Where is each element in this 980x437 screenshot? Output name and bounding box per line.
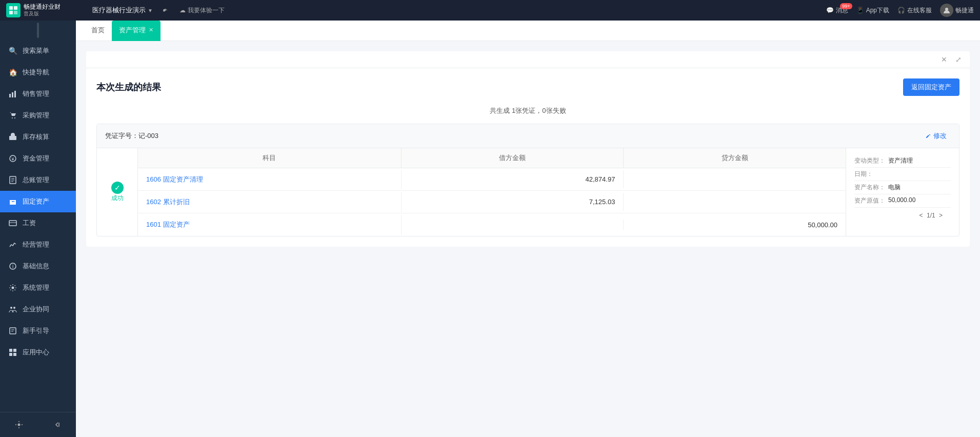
row2-credit [624, 197, 846, 207]
svg-rect-2 [9, 11, 13, 14]
sidebar-item-fixed-assets[interactable]: 固定资产 [0, 191, 76, 212]
building-icon [8, 197, 17, 206]
close-panel-button[interactable]: ✕ [939, 54, 949, 65]
table-row: 1606 固定资产清理 42,874.97 [138, 168, 846, 191]
col-subject: 科目 [138, 148, 402, 168]
row1-subject: 1606 固定资产清理 [138, 170, 402, 189]
sidebar-item-label: 总账管理 [23, 175, 49, 185]
svg-point-8 [12, 117, 13, 118]
cloud-icon: ☁ [179, 7, 186, 14]
row3-subject-link[interactable]: 1601 固定资产 [146, 221, 190, 228]
company-selector[interactable]: 医疗器械行业演示 ▼ [92, 6, 153, 15]
capital-icon: ¥ [8, 154, 17, 163]
result-summary: 共生成 1张凭证，0张失败 [96, 106, 959, 115]
success-icon: ✓ [111, 182, 124, 194]
experience-button[interactable]: ☁ 我要体验一下 [175, 4, 229, 17]
sidebar-item-sales[interactable]: 销售管理 [0, 83, 76, 105]
info-change-type: 变动类型： 资产清理 [854, 154, 951, 168]
download-icon: 📱 [856, 7, 864, 14]
row1-subject-link[interactable]: 1606 固定资产清理 [146, 175, 203, 183]
sidebar-item-label: 销售管理 [23, 89, 49, 98]
sidebar-item-search[interactable]: 🔍 搜索菜单 [0, 40, 76, 62]
sidebar-item-purchase[interactable]: 采购管理 [0, 105, 76, 126]
sidebar-item-label: 固定资产 [23, 197, 49, 206]
info-original-value: 资产原值： 50,000.00 [854, 194, 951, 208]
sidebar-collapse-button[interactable] [49, 416, 65, 433]
online-service-button[interactable]: 🎧 在线客服 [897, 6, 932, 15]
page-title: 本次生成的结果 [96, 81, 161, 93]
sidebar-item-system[interactable]: 系统管理 [0, 277, 76, 299]
chevron-down-icon: ▼ [148, 8, 153, 13]
row3-debit [402, 220, 624, 230]
sidebar-item-shortcut[interactable]: 🏠 快捷导航 [0, 62, 76, 83]
logo-icon [6, 3, 21, 17]
sidebar-settings-button[interactable] [11, 416, 27, 433]
voucher-number: 凭证字号：记-003 [105, 131, 158, 141]
enterprise-icon [8, 305, 17, 314]
svg-rect-19 [13, 201, 14, 202]
svg-text:¥: ¥ [11, 156, 14, 162]
sidebar-item-operations[interactable]: 经营管理 [0, 234, 76, 255]
sidebar-item-app-center[interactable]: 应用中心 [0, 342, 76, 363]
sidebar-item-label: 企业协同 [23, 305, 49, 314]
right-info-panel: 变动类型： 资产清理 日期： 资产名称： 电脑 [846, 148, 959, 236]
svg-rect-10 [9, 136, 16, 140]
svg-rect-33 [13, 353, 16, 356]
message-button[interactable]: 💬 消息 99+ [826, 6, 848, 15]
tab-close-icon[interactable]: ✕ [149, 27, 153, 33]
sidebar-item-label: 系统管理 [23, 283, 49, 292]
asset-name-value: 电脑 [888, 183, 901, 192]
settings-icon[interactable] [157, 3, 171, 17]
tab-home[interactable]: 首页 [84, 21, 112, 41]
system-icon [8, 283, 17, 292]
sidebar: 🔍 搜索菜单 🏠 快捷导航 销售管理 采购管理 库存核算 [0, 21, 76, 437]
sidebar-item-label: 应用中心 [23, 348, 49, 357]
original-value-value: 50,000.00 [888, 196, 915, 205]
row1-credit [624, 174, 846, 185]
next-page-button[interactable]: > [939, 212, 943, 219]
svg-rect-6 [12, 92, 13, 97]
ledger-icon [8, 175, 17, 185]
page-wrapper: ✕ ⤢ 本次生成的结果 返回固定资产 共生成 1张凭证，0张失败 [86, 51, 970, 247]
page-info: 1/1 [927, 212, 935, 219]
row2-subject: 1602 累计折旧 [138, 192, 402, 212]
prev-page-button[interactable]: < [919, 212, 923, 219]
change-type-value: 资产清理 [888, 156, 913, 165]
page-content: ✕ ⤢ 本次生成的结果 返回固定资产 共生成 1张凭证，0张失败 [76, 41, 980, 437]
svg-text:i: i [12, 264, 13, 269]
sidebar-item-label: 采购管理 [23, 111, 49, 120]
tab-asset-mgmt[interactable]: 资产管理 ✕ [112, 21, 161, 41]
sidebar-item-ledger[interactable]: 总账管理 [0, 169, 76, 191]
tab-bar: 首页 资产管理 ✕ [76, 21, 980, 41]
sidebar-item-enterprise[interactable]: 企业协同 [0, 299, 76, 320]
row2-subject-link[interactable]: 1602 累计折旧 [146, 198, 190, 206]
svg-rect-27 [10, 328, 16, 334]
return-button[interactable]: 返回固定资产 [903, 78, 959, 96]
experience-label: 我要体验一下 [188, 6, 225, 15]
user-menu[interactable]: 畅捷通 [940, 4, 974, 17]
purchase-icon [8, 111, 17, 120]
message-badge: 99+ [840, 3, 852, 9]
edit-button[interactable]: 修改 [921, 129, 951, 143]
search-icon: 🔍 [8, 46, 17, 55]
inventory-icon [8, 132, 17, 142]
svg-rect-3 [14, 11, 17, 14]
sidebar-item-salary[interactable]: 工资 [0, 212, 76, 234]
sidebar-item-capital[interactable]: ¥ 资金管理 [0, 148, 76, 169]
sidebar-item-inventory[interactable]: 库存核算 [0, 126, 76, 148]
sidebar-item-basic-info[interactable]: i 基础信息 [0, 255, 76, 277]
sales-icon [8, 89, 17, 98]
page-title-row: 本次生成的结果 返回固定资产 [96, 78, 959, 96]
app-download-button[interactable]: 📱 App下载 [856, 6, 889, 15]
tab-asset-mgmt-label: 资产管理 [119, 26, 146, 35]
expand-panel-button[interactable]: ⤢ [953, 54, 964, 65]
home-icon: 🏠 [8, 68, 17, 77]
sidebar-item-guide[interactable]: 新手引导 [0, 320, 76, 342]
tab-home-label: 首页 [91, 26, 105, 35]
logo-area: 畅捷通好业财 普及版 [6, 3, 82, 17]
asset-name-label: 资产名称： [854, 183, 885, 192]
logo-sub: 普及版 [24, 10, 61, 17]
sidebar-item-label: 搜索菜单 [23, 46, 49, 55]
col-debit: 借方金额 [402, 148, 624, 168]
status-indicator: ✓ 成功 [97, 148, 138, 236]
